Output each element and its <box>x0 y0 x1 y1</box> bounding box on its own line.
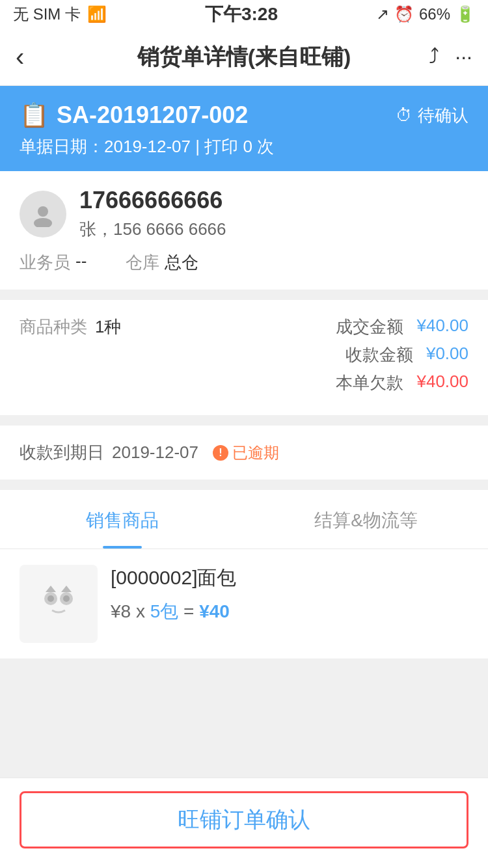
due-date-value: 2019-12-07 <box>112 442 198 463</box>
more-button[interactable]: ··· <box>455 45 472 69</box>
price-total: ¥40 <box>199 601 230 621</box>
battery-text: 66% <box>419 5 450 23</box>
svg-point-5 <box>63 595 70 602</box>
price-x: x <box>136 601 150 621</box>
warehouse-label: 仓库 <box>126 251 159 274</box>
svg-point-0 <box>38 206 48 217</box>
tab-sales-goods-label: 销售商品 <box>86 510 159 530</box>
bottom-gray-area <box>0 658 488 789</box>
amount-label-1: 收款金额 <box>346 344 413 366</box>
price-qty: 5包 <box>150 601 179 621</box>
status-bar: 无 SIM 卡 📶 下午3:28 ↗ ⏰ 66% 🔋 <box>0 0 488 29</box>
due-date-label: 收款到期日 <box>20 441 104 464</box>
avatar <box>20 191 66 237</box>
goods-type-label: 商品种类 <box>20 316 87 338</box>
amount-value-2: ¥40.00 <box>416 372 468 394</box>
nav-right-actions: ⤴ ··· <box>429 45 472 69</box>
status-right: ↗ ⏰ 66% 🔋 <box>376 5 475 23</box>
warehouse-value: 总仓 <box>165 251 198 274</box>
goods-type-item: 商品种类 1种 <box>20 316 121 338</box>
back-button[interactable]: ‹ <box>16 42 55 72</box>
product-thumbnail <box>20 565 98 643</box>
customer-section: 17666666666 张，156 6666 6666 业务员 -- 仓库 总仓 <box>0 171 488 290</box>
no-sim-text: 无 SIM 卡 <box>13 4 81 25</box>
share-button[interactable]: ⤴ <box>429 45 439 69</box>
svg-point-4 <box>47 595 54 602</box>
customer-phone: 17666666666 <box>79 187 226 214</box>
customer-info: 17666666666 张，156 6666 6666 <box>79 187 226 241</box>
order-date: 单据日期：2019-12-07 | 打印 0 次 <box>20 135 468 158</box>
amount-row-1: 收款金额 ¥0.00 <box>336 344 468 366</box>
price-eq: = <box>183 601 199 621</box>
status-left: 无 SIM 卡 📶 <box>13 4 107 25</box>
customer-meta: 业务员 -- 仓库 总仓 <box>20 251 468 274</box>
table-row: [0000002]面包 ¥8 x 5包 = ¥40 <box>20 565 468 643</box>
wifi-icon: 📶 <box>87 5 107 23</box>
product-info: [0000002]面包 ¥8 x 5包 = ¥40 <box>111 565 468 624</box>
product-price: ¥8 x 5包 = ¥40 <box>111 599 468 624</box>
product-list: [0000002]面包 ¥8 x 5包 = ¥40 <box>0 549 488 658</box>
salesperson-label: 业务员 <box>20 251 70 274</box>
amount-label-0: 成交金额 <box>336 316 403 338</box>
summary-left: 商品种类 1种 <box>20 316 121 341</box>
product-name: [0000002]面包 <box>111 565 468 591</box>
salesperson-value: -- <box>75 251 87 274</box>
order-status-text: 待确认 <box>418 104 468 127</box>
order-icon: 📋 <box>20 102 49 129</box>
customer-row: 17666666666 张，156 6666 6666 <box>20 187 468 241</box>
location-icon: ↗ <box>376 5 389 23</box>
salesperson-item: 业务员 -- <box>20 251 87 274</box>
status-time: 下午3:28 <box>205 2 278 27</box>
price-unit: ¥8 <box>111 601 131 621</box>
product-thumb-icon <box>33 575 85 633</box>
amount-value-0: ¥40.00 <box>416 316 468 338</box>
overdue-text: 已逾期 <box>232 442 279 463</box>
amount-row-2: 本单欠款 ¥40.00 <box>336 372 468 394</box>
customer-name: 张，156 6666 6666 <box>79 218 226 241</box>
tab-settlement-label: 结算&物流等 <box>314 510 418 530</box>
overdue-badge: ! 已逾期 <box>213 442 279 463</box>
confirm-order-label: 旺铺订单确认 <box>178 805 310 835</box>
goods-type-value: 1种 <box>95 316 121 338</box>
tabs-section: 销售商品 结算&物流等 <box>0 490 488 658</box>
amount-row-0: 成交金额 ¥40.00 <box>336 316 468 338</box>
clock-icon: ⏱ <box>396 105 413 126</box>
svg-point-1 <box>34 218 52 227</box>
summary-amounts: 成交金额 ¥40.00 收款金额 ¥0.00 本单欠款 ¥40.00 <box>336 316 468 400</box>
amount-value-1: ¥0.00 <box>426 344 468 366</box>
confirm-order-button[interactable]: 旺铺订单确认 <box>20 791 468 848</box>
tab-sales-goods[interactable]: 销售商品 <box>0 490 244 549</box>
order-id-row: 📋 SA-20191207-002 ⏱ 待确认 <box>20 102 468 129</box>
bottom-action-bar: 旺铺订单确认 <box>0 778 488 868</box>
order-id: 📋 SA-20191207-002 <box>20 102 248 129</box>
summary-section: 商品种类 1种 成交金额 ¥40.00 收款金额 ¥0.00 本单欠款 ¥40.… <box>0 300 488 415</box>
battery-icon: 🔋 <box>455 5 475 23</box>
nav-bar: ‹ 销货单详情(来自旺铺) ⤴ ··· <box>0 29 488 86</box>
tab-settlement[interactable]: 结算&物流等 <box>244 490 488 549</box>
order-id-text: SA-20191207-002 <box>57 102 248 129</box>
tabs-row: 销售商品 结算&物流等 <box>0 490 488 549</box>
overdue-icon: ! <box>213 445 228 461</box>
order-status: ⏱ 待确认 <box>396 104 468 127</box>
order-header-banner: 📋 SA-20191207-002 ⏱ 待确认 单据日期：2019-12-07 … <box>0 86 488 171</box>
due-date-section: 收款到期日 2019-12-07 ! 已逾期 <box>0 426 488 480</box>
amount-label-2: 本单欠款 <box>336 372 403 394</box>
warehouse-item: 仓库 总仓 <box>126 251 198 274</box>
page-title: 销货单详情(来自旺铺) <box>137 42 351 72</box>
alarm-icon: ⏰ <box>394 5 414 23</box>
